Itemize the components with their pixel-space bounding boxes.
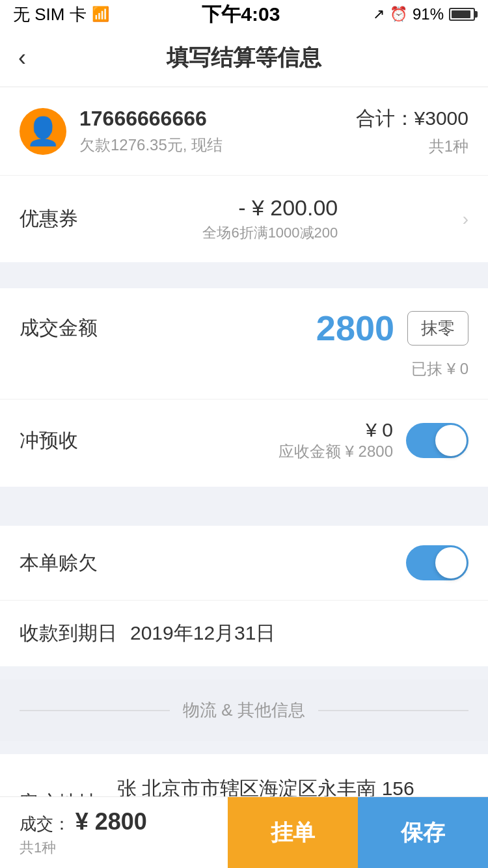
duedate-label: 收款到期日 xyxy=(20,620,117,647)
coupon-row[interactable]: 优惠券 - ¥ 200.00 全场6折满1000减200 › xyxy=(0,176,488,262)
precharge-label: 冲预收 xyxy=(20,427,78,454)
logistics-divider: 物流 & 其他信息 xyxy=(0,679,488,741)
transaction-sub: 已抹 ¥ 0 xyxy=(20,359,468,379)
divider-1 xyxy=(0,275,488,288)
customer-total: 合计：¥3000 共1种 xyxy=(356,105,468,157)
divider-2 xyxy=(0,500,488,513)
customer-row: 👤 17666666666 欠款1276.35元, 现结 合计：¥3000 共1… xyxy=(0,87,488,176)
this-order-card: 本单赊欠 收款到期日 2019年12月31日 xyxy=(0,526,488,666)
battery-percent: 91% xyxy=(413,5,444,23)
main-content: 👤 17666666666 欠款1276.35元, 现结 合计：¥3000 共1… xyxy=(0,87,488,868)
transaction-card: 成交金额 2800 抹零 已抹 ¥ 0 冲预收 ¥ 0 应收金额 ¥ 2800 xyxy=(0,288,488,487)
bottom-bar: 成交： ¥ 2800 共1种 挂单 保存 xyxy=(0,796,488,868)
carrier-text: 无 SIM 卡 xyxy=(13,3,87,26)
logistics-text: 物流 & 其他信息 xyxy=(170,700,318,720)
this-order-toggle[interactable] xyxy=(406,545,468,580)
battery-icon xyxy=(449,8,475,21)
avatar-icon: 👤 xyxy=(26,115,60,147)
precharge-section: 冲预收 ¥ 0 应收金额 ¥ 2800 xyxy=(0,399,488,487)
this-order-label: 本单赊欠 xyxy=(20,550,98,576)
bottom-summary: 成交： ¥ 2800 共1种 xyxy=(0,808,228,858)
alarm-icon: ⏰ xyxy=(390,6,407,23)
back-button[interactable]: ‹ xyxy=(18,44,26,72)
battery-fill xyxy=(452,10,470,18)
total-amount: 合计：¥3000 xyxy=(356,105,468,132)
customer-card: 👤 17666666666 欠款1276.35元, 现结 合计：¥3000 共1… xyxy=(0,87,488,262)
location-icon: ↗ xyxy=(373,6,385,23)
transaction-label: 成交金额 xyxy=(20,315,98,342)
time-display: 下午4:03 xyxy=(202,1,280,28)
coupon-discount: - ¥ 200.00 xyxy=(202,195,338,221)
amount-section: 成交金额 2800 抹零 已抹 ¥ 0 xyxy=(0,288,488,399)
customer-phone: 17666666666 xyxy=(79,107,356,131)
round-button[interactable]: 抹零 xyxy=(407,311,468,346)
transaction-value: 2800 xyxy=(316,308,394,348)
toggle-knob xyxy=(435,425,467,456)
precharge-row: 冲预收 ¥ 0 应收金额 ¥ 2800 xyxy=(20,419,468,462)
status-left: 无 SIM 卡 📶 xyxy=(13,3,109,26)
total-sub: 共1种 xyxy=(356,136,468,157)
duedate-section: 收款到期日 2019年12月31日 xyxy=(0,600,488,666)
precharge-amounts: ¥ 0 应收金额 ¥ 2800 xyxy=(278,419,393,462)
amount-row: 成交金额 2800 抹零 xyxy=(20,308,468,348)
wifi-icon: 📶 xyxy=(92,6,109,23)
precharge-sub: 应收金额 ¥ 2800 xyxy=(278,441,393,462)
save-button[interactable]: 保存 xyxy=(358,797,488,869)
bottom-deal-label: 成交： xyxy=(20,814,70,834)
coupon-label: 优惠券 xyxy=(20,206,78,232)
customer-sub: 欠款1276.35元, 现结 xyxy=(79,135,356,156)
bottom-deal-row: 成交： ¥ 2800 xyxy=(20,808,208,835)
bottom-deal-amount: ¥ 2800 xyxy=(75,808,147,835)
coupon-arrow-icon: › xyxy=(463,209,468,230)
this-order-toggle-knob xyxy=(435,547,467,578)
coupon-desc: 全场6折满1000减200 xyxy=(202,223,338,243)
amount-right: 2800 抹零 xyxy=(316,308,468,348)
precharge-toggle[interactable] xyxy=(406,423,468,458)
bottom-sub: 共1种 xyxy=(20,838,208,858)
status-right: ↗ ⏰ 91% xyxy=(373,5,475,23)
status-bar: 无 SIM 卡 📶 下午4:03 ↗ ⏰ 91% xyxy=(0,0,488,29)
page-title: 填写结算等信息 xyxy=(167,43,321,73)
duedate-value: 2019年12月31日 xyxy=(130,620,275,647)
precharge-right: ¥ 0 应收金额 ¥ 2800 xyxy=(278,419,468,462)
avatar: 👤 xyxy=(20,108,66,155)
this-order-section: 本单赊欠 xyxy=(0,526,488,600)
customer-info: 17666666666 欠款1276.35元, 现结 xyxy=(79,107,356,156)
precharge-amount: ¥ 0 xyxy=(278,419,393,441)
nav-bar: ‹ 填写结算等信息 xyxy=(0,29,488,87)
hold-button[interactable]: 挂单 xyxy=(228,797,358,869)
duedate-row: 收款到期日 2019年12月31日 xyxy=(20,620,468,647)
